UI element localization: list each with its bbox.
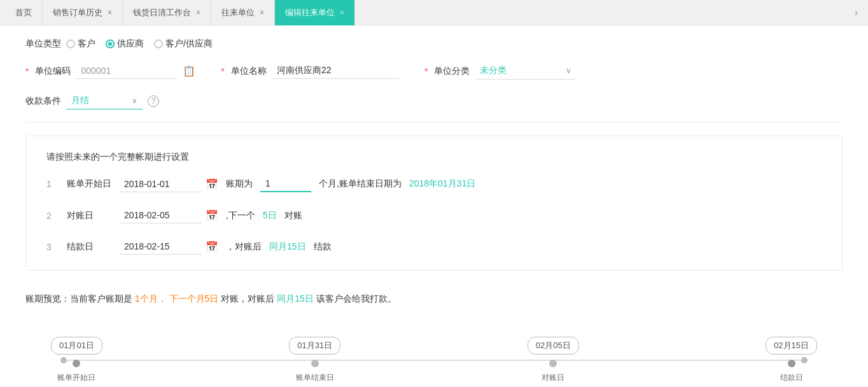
row-1-num: 1: [46, 179, 59, 189]
row-1-calendar-icon[interactable]: 📅: [206, 178, 218, 190]
separator: [25, 122, 843, 123]
timeline-dot-3: [788, 360, 795, 367]
timeline-label-3: 结款日: [780, 372, 803, 383]
radio-supplier-label: 供应商: [117, 38, 144, 50]
unit-category-star: *: [424, 66, 428, 76]
tab-more-button[interactable]: ›: [850, 7, 863, 18]
row-1-period-suffix: 个月,账单结束日期为: [319, 178, 402, 190]
tab-bar: 首页 销售订单历史 × 钱货日清工作台 × 往来单位 × 编辑往来单位 × ›: [0, 0, 868, 25]
unit-name-input[interactable]: [272, 63, 399, 79]
timeline-date-2: 02月05日: [528, 337, 579, 355]
row-3-suffix: 结款: [314, 241, 332, 253]
preview-part5: 该客户会给我打款。: [316, 293, 396, 304]
tab-cash-work-label: 钱货日清工作台: [133, 7, 191, 18]
timeline-dot-2: [549, 360, 557, 367]
timeline-item-1: 01月31日 账单结束日: [289, 337, 340, 383]
preview-section: 账期预览：当前客户账期是 1个月， 下一个月5日 对账，对账后 同月15日 该客…: [25, 283, 843, 387]
timeline-label-1: 账单结束日: [296, 372, 334, 383]
radio-supplier[interactable]: 供应商: [106, 38, 144, 50]
unit-code-icon[interactable]: 📋: [183, 65, 195, 77]
timeline-item-3: 02月15日 结款日: [766, 337, 817, 383]
row-2-day: 5日: [263, 210, 277, 222]
tab-edit-partner[interactable]: 编辑往来单位 ×: [275, 0, 355, 25]
unit-code-star: *: [25, 66, 29, 76]
row-2-suffix: 对账: [284, 210, 302, 222]
settings-box: 请按照未来的一个完整帐期进行设置 1 账单开始日 📅 账期为 个月,账单结束日期…: [25, 136, 843, 271]
tab-home-label: 首页: [15, 7, 32, 18]
timeline-date-3: 02月15日: [766, 337, 817, 355]
timeline-dot-0: [73, 360, 80, 367]
row-3-num: 3: [46, 242, 59, 252]
timeline-dot-1: [311, 360, 319, 367]
row-2-calendar-icon[interactable]: 📅: [206, 209, 218, 222]
timeline-item-0: 01月01日 账单开始日: [51, 337, 102, 383]
preview-text: 账期预览：当前客户账期是 1个月， 下一个月5日 对账，对账后 同月15日 该客…: [25, 293, 843, 305]
unit-category-select[interactable]: 未分类 ∨: [475, 62, 577, 80]
radio-customer[interactable]: 客户: [66, 38, 95, 50]
preview-part1: 1个月，: [135, 293, 167, 304]
settings-row-3: 3 结款日 📅 ，对账后 同月15日 结款: [46, 239, 822, 255]
unit-category-label: 单位分类: [434, 66, 470, 77]
row-3-date-wrapper: 📅: [119, 239, 218, 255]
row-3-day: 同月15日: [269, 241, 306, 253]
payment-value: 月结: [71, 95, 129, 106]
radio-customer-circle: [66, 39, 75, 48]
unit-code-label: 单位编码: [35, 66, 71, 77]
row-3-prefix: ，对账后: [226, 241, 262, 253]
preview-part4: 同月15日: [277, 293, 314, 304]
row-1-date-wrapper: 📅: [119, 176, 218, 192]
radio-both-label: 客户/供应商: [165, 38, 213, 50]
tab-cash-work-close[interactable]: ×: [196, 8, 200, 17]
tab-sales-history-close[interactable]: ×: [108, 8, 112, 17]
main-content: 单位类型 客户 供应商 客户/供应商 * 单位编码: [0, 25, 868, 387]
tab-sales-history[interactable]: 销售订单历史 ×: [43, 0, 123, 25]
radio-customer-label: 客户: [78, 38, 95, 50]
tab-edit-partner-close[interactable]: ×: [340, 8, 344, 17]
unit-type-group: 单位类型 客户 供应商 客户/供应商: [25, 38, 213, 50]
unit-type-row: 单位类型 客户 供应商 客户/供应商: [25, 38, 843, 50]
payment-select[interactable]: 月结 ∨: [66, 92, 143, 109]
timeline-wrapper: 01月01日 账单开始日 01月31日 账单结束日 02月05日 对账日 02月…: [25, 324, 843, 387]
payment-group: 收款条件 月结 ∨ ?: [25, 92, 159, 109]
unit-code-input[interactable]: [76, 63, 178, 79]
radio-group: 客户 供应商 客户/供应商: [66, 38, 213, 50]
tab-partner[interactable]: 往来单位 ×: [211, 0, 275, 25]
row-3-label: 结款日: [67, 241, 111, 253]
payment-row: 收款条件 月结 ∨ ?: [25, 92, 843, 109]
preview-part3: 对账，对账后: [221, 293, 274, 304]
unit-name-star: *: [221, 66, 224, 76]
unit-category-chevron: ∨: [566, 66, 571, 75]
unit-category-group: * 单位分类 未分类 ∨: [424, 62, 577, 80]
tab-home[interactable]: 首页: [5, 0, 43, 25]
tab-cash-work[interactable]: 钱货日清工作台 ×: [123, 0, 211, 25]
payment-label: 收款条件: [25, 95, 61, 107]
tab-edit-partner-label: 编辑往来单位: [285, 7, 335, 18]
settings-row-1: 1 账单开始日 📅 账期为 个月,账单结束日期为 2018年01月31日: [46, 176, 822, 192]
row-2-prefix: ,下一个: [226, 210, 255, 222]
timeline-item-2: 02月05日 对账日: [528, 337, 579, 383]
row-2-date-wrapper: 📅: [119, 208, 218, 223]
row-3-date-input[interactable]: [119, 239, 202, 255]
tab-partner-close[interactable]: ×: [260, 8, 264, 17]
unit-name-group: * 单位名称: [221, 63, 398, 79]
row-3-calendar-icon[interactable]: 📅: [206, 241, 218, 253]
help-icon[interactable]: ?: [148, 95, 159, 107]
radio-both[interactable]: 客户/供应商: [154, 38, 213, 50]
timeline-items: 01月01日 账单开始日 01月31日 账单结束日 02月05日 对账日 02月…: [51, 337, 817, 383]
unit-type-label: 单位类型: [25, 38, 61, 50]
row-2-num: 2: [46, 211, 59, 221]
payment-chevron: ∨: [132, 96, 137, 105]
timeline-label-0: 账单开始日: [57, 372, 95, 383]
unit-category-value: 未分类: [480, 65, 563, 76]
unit-code-group: * 单位编码 📋: [25, 63, 195, 79]
timeline-date-1: 01月31日: [289, 337, 340, 355]
timeline-left-dot: [60, 357, 67, 363]
settings-title: 请按照未来的一个完整帐期进行设置: [46, 151, 822, 163]
tab-sales-history-label: 销售订单历史: [53, 7, 102, 18]
settings-row-2: 2 对账日 📅 ,下一个 5日 对账: [46, 208, 822, 223]
row-2-date-input[interactable]: [119, 208, 202, 223]
row-1-date-input[interactable]: [119, 176, 202, 192]
preview-part2: 下一个月5日: [169, 293, 219, 304]
row-1-period-input[interactable]: [260, 176, 311, 192]
preview-label: 账期预览：当前客户账期是: [25, 293, 132, 304]
